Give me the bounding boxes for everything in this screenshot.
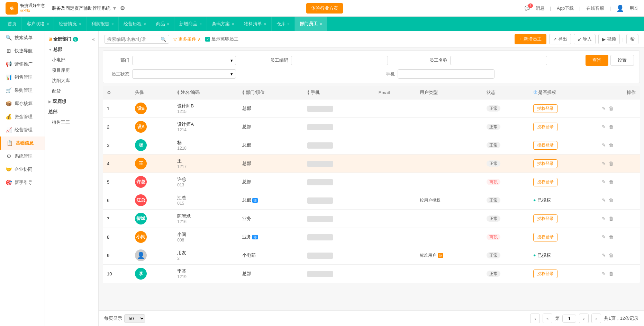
tab-barcode[interactable]: 条码方案 × [207,17,239,31]
search-input-wrap[interactable]: 🔍 [104,35,169,44]
delete-icon[interactable]: 🗑 [609,179,614,185]
tab-warehouse[interactable]: 仓库 × [272,17,295,31]
reset-button[interactable]: 设置 [610,55,634,66]
emp-code-input[interactable] [291,56,388,65]
dept-collapse-icon[interactable]: « [92,36,95,42]
dept-item-peilhuo[interactable]: 配货 [45,86,98,96]
close-icon[interactable]: × [199,22,201,26]
row-auth[interactable]: 授权登录 [529,210,598,228]
tab-business[interactable]: 经营情况 × [54,17,86,31]
delete-icon[interactable]: 🗑 [609,161,614,166]
auth-login-button[interactable]: 授权登录 [533,270,557,278]
row-auth[interactable]: 授权登录 [529,228,598,246]
page-number-input[interactable] [562,315,576,323]
auth-login-button[interactable]: 授权登录 [533,178,557,186]
close-icon[interactable]: × [144,22,146,26]
auth-login-button[interactable]: 授权登录 [533,233,557,241]
user-name[interactable]: 用友 [629,5,638,11]
dropdown-icon[interactable]: ▾ [113,5,116,11]
tab-customer[interactable]: 客户联络 × [22,17,54,31]
sidebar-item-quick-nav[interactable]: ⊞ 快捷导航 [0,44,45,58]
tab-history[interactable]: 经营历程 × [119,17,151,31]
settings-icon[interactable]: ⚙ [107,90,111,95]
sidebar-item-purchase[interactable]: 🛒 采购管理 [0,84,45,97]
delete-icon[interactable]: 🗑 [609,234,614,240]
sidebar-item-finance[interactable]: 💰 资金管理 [0,110,45,123]
add-employee-button[interactable]: + 新增员工 [515,34,546,44]
prev-page-button[interactable]: ‹ [530,314,540,323]
online-support[interactable]: 在线客服 [586,5,604,11]
tab-department[interactable]: 部门员工 × [295,17,327,31]
delete-icon[interactable]: 🗑 [609,106,614,111]
sidebar-item-marketing[interactable]: 📢 营销推广 [0,58,45,71]
sidebar-item-system[interactable]: ⚙ 系统管理 [0,150,45,163]
edit-icon[interactable]: ✎ [602,142,606,148]
sidebar-item-sales[interactable]: 📊 销售管理 [0,71,45,84]
last-page-button[interactable]: » [591,314,601,323]
auth-login-button[interactable]: 授权登录 [533,104,557,113]
gear-icon[interactable]: ⚙ [120,5,125,11]
app-download[interactable]: App下载 [557,5,574,11]
search-input[interactable] [107,37,159,42]
row-auth[interactable]: 授权登录 [529,265,598,283]
auth-login-button[interactable]: 授权登录 [533,159,557,168]
col-settings[interactable]: ⚙ [103,86,131,99]
view-button[interactable]: ▶ 视频 [598,34,620,44]
filter-more-btn[interactable]: ▽ 更多条件 ∧ [173,36,201,42]
query-button[interactable]: 查询 [586,55,608,66]
row-auth[interactable]: 授权登录 [529,173,598,191]
row-auth[interactable]: 授权登录 [529,99,598,118]
delete-icon[interactable]: 🗑 [609,142,614,148]
dept-group-zongbu[interactable]: 总部 [45,107,98,117]
sidebar-item-collab[interactable]: 🤝 企业协同 [0,163,45,176]
checkbox-resigned[interactable]: ✓ [205,37,210,42]
first-page-button[interactable]: « [543,314,552,323]
tab-bom[interactable]: 物料清单 × [239,17,271,31]
next-page-button[interactable]: › [579,314,589,323]
emp-name-input[interactable] [450,56,547,65]
close-icon[interactable]: × [47,22,49,26]
tab-profit[interactable]: 利润报告 × [87,17,119,31]
phone-input[interactable] [398,69,495,79]
dept-item-zhishu[interactable]: 植树王三 [45,117,98,127]
edit-icon[interactable]: ✎ [602,161,606,166]
per-page-select[interactable]: 50 20 100 [124,314,145,323]
dept-group-shuanglu[interactable]: ▶ 双鹿想 [45,96,98,107]
show-resigned-toggle[interactable]: ✓ 显示离职员工 [205,36,238,42]
delete-icon[interactable]: 🗑 [609,124,614,130]
dept-item-shenyang[interactable]: 沈阳大库 [45,76,98,86]
edit-icon[interactable]: ✎ [602,106,606,111]
col-phone[interactable]: ≬ 手机 [303,86,374,99]
tab-add-goods[interactable]: 新增商品 × [174,17,207,31]
sidebar-item-guide[interactable]: 🎯 新手引导 [0,176,45,189]
edit-icon[interactable]: ✎ [602,124,606,130]
sidebar-item-search[interactable]: 🔍 搜索菜单 [0,31,45,44]
close-icon[interactable]: × [79,22,81,26]
close-icon[interactable]: × [264,22,266,26]
auth-login-button[interactable]: 授权登录 [533,123,557,131]
tab-home[interactable]: 首页 [3,17,22,31]
dept-group-main[interactable]: ▼ 总部 [45,44,98,55]
sidebar-item-ops[interactable]: 📈 经营管理 [0,123,45,136]
tab-goods[interactable]: 商品 × [151,17,174,31]
close-icon[interactable]: × [288,22,290,26]
row-auth[interactable]: 授权登录 [529,155,598,173]
auth-login-button[interactable]: 授权登录 [533,141,557,150]
edit-icon[interactable]: ✎ [602,271,606,276]
delete-icon[interactable]: 🗑 [609,271,614,276]
sidebar-item-inventory[interactable]: 📦 库存核算 [0,97,45,110]
col-dept[interactable]: ≬ 部门/职位 [238,86,303,99]
sidebar-item-basic[interactable]: 📋 基础信息 [0,136,45,150]
delete-icon[interactable]: 🗑 [609,216,614,221]
dept-item-xiaodibu[interactable]: 小电部 [45,55,98,65]
col-name[interactable]: ≬ 姓名/编码 [173,86,238,99]
import-button[interactable]: ↙ 导入 [574,34,596,44]
dept-select[interactable]: ▾ [132,56,236,65]
edit-icon[interactable]: ✎ [602,197,606,203]
close-icon[interactable]: × [232,22,234,26]
delete-icon[interactable]: 🗑 [609,197,614,203]
edit-icon[interactable]: ✎ [602,234,606,240]
help-button[interactable]: 帮 [626,34,638,44]
close-icon[interactable]: × [320,22,322,26]
export-button[interactable]: ↗ 导出 [549,34,571,44]
